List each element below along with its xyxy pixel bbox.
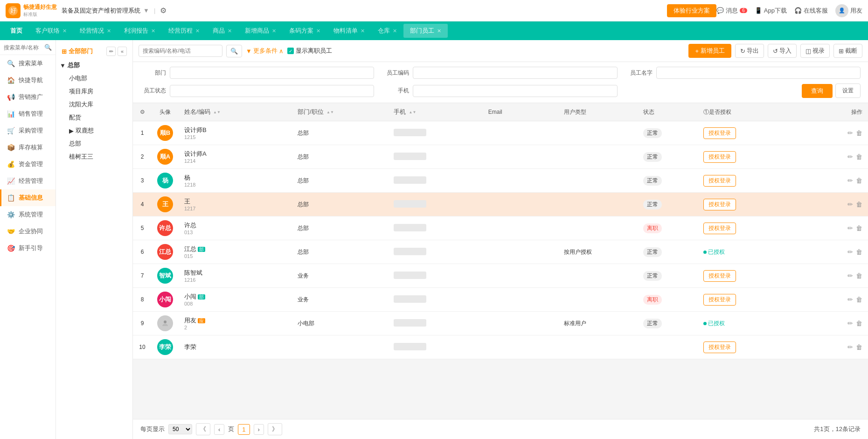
- edit-icon[interactable]: ✏: [847, 296, 853, 303]
- sidebar-item-collab[interactable]: 🤝 企业协同: [0, 223, 56, 240]
- last-page-button[interactable]: 》: [268, 423, 282, 435]
- sidebar-item-marketing[interactable]: 📢 营销推广: [0, 89, 56, 105]
- show-resigned-label[interactable]: ✓ 显示离职员工: [287, 47, 332, 55]
- show-resigned-checkbox[interactable]: ✓: [287, 48, 294, 54]
- tree-item-xiaodian[interactable]: 小电部: [56, 72, 132, 85]
- sidebar-item-finance[interactable]: 💰 资金管理: [0, 156, 56, 173]
- delete-icon[interactable]: 🗑: [856, 296, 862, 303]
- close-icon[interactable]: ✕: [107, 28, 111, 34]
- edit-icon[interactable]: ✏: [847, 320, 853, 327]
- tab-add-goods[interactable]: 新增商品 ✕: [238, 24, 283, 38]
- col-name[interactable]: 姓名/编码 ▲▼: [179, 103, 292, 121]
- delete-icon[interactable]: 🗑: [856, 153, 862, 160]
- close-icon[interactable]: ✕: [62, 28, 67, 34]
- delete-icon[interactable]: 🗑: [856, 248, 862, 256]
- user-area[interactable]: 👤 用友: [835, 4, 862, 17]
- delete-icon[interactable]: 🗑: [856, 320, 862, 327]
- sidebar-item-guide[interactable]: 🎯 新手引导: [0, 240, 56, 257]
- dept-collapse-btn[interactable]: «: [118, 47, 127, 56]
- sidebar-item-purchase[interactable]: 🛒 采购管理: [0, 122, 56, 139]
- close-icon[interactable]: ✕: [272, 28, 276, 34]
- edit-icon[interactable]: ✏: [847, 272, 853, 279]
- dept-edit-btn[interactable]: ✏: [106, 47, 116, 56]
- auth-button[interactable]: 授权登录: [703, 199, 736, 210]
- delete-icon[interactable]: 🗑: [856, 129, 862, 137]
- tree-item-shenyang[interactable]: 沈阳大库: [56, 98, 132, 111]
- tree-item-headquarters[interactable]: 总部: [56, 137, 132, 150]
- tree-item-project[interactable]: 项目库房: [56, 85, 132, 98]
- search-submit-button[interactable]: 🔍: [226, 45, 242, 57]
- dropdown-arrow-icon[interactable]: ▼: [143, 7, 149, 14]
- close-icon[interactable]: ✕: [361, 28, 365, 34]
- col-gear[interactable]: ⚙: [133, 103, 152, 121]
- sidebar-item-system[interactable]: ⚙️ 系统管理: [0, 206, 56, 223]
- more-conditions-button[interactable]: ▼ 更多条件 ∧: [246, 47, 284, 55]
- status-select[interactable]: [170, 85, 374, 97]
- import-button[interactable]: ↺ 导入: [768, 44, 797, 58]
- settings-icon[interactable]: ⚙: [160, 6, 167, 15]
- employee-name-input[interactable]: [656, 67, 861, 79]
- prev-page-button[interactable]: ‹: [214, 424, 224, 435]
- delete-icon[interactable]: 🗑: [856, 224, 862, 232]
- edit-icon[interactable]: ✏: [847, 201, 853, 208]
- tree-item-general[interactable]: ▼ 总部: [56, 59, 132, 72]
- message-icon-area[interactable]: 💬 消息 6: [716, 7, 747, 15]
- auth-button[interactable]: 授权登录: [703, 127, 736, 139]
- employee-code-input[interactable]: [413, 67, 617, 79]
- trial-button[interactable]: 体验行业方案: [667, 4, 716, 17]
- auth-button[interactable]: 授权登录: [703, 175, 736, 187]
- edit-icon[interactable]: ✏: [847, 129, 853, 137]
- sidebar-item-search[interactable]: 🔍 搜索菜单: [0, 55, 56, 72]
- dept-select[interactable]: [170, 67, 374, 79]
- next-page-button[interactable]: ›: [254, 424, 264, 435]
- tab-warehouse[interactable]: 仓库 ✕: [371, 24, 403, 38]
- close-icon[interactable]: ✕: [228, 28, 232, 34]
- close-icon[interactable]: ✕: [437, 28, 441, 34]
- query-button[interactable]: 查询: [802, 84, 833, 98]
- col-dept[interactable]: 部门/职位 ▲▼: [292, 103, 388, 121]
- edit-icon[interactable]: ✏: [847, 177, 853, 184]
- view-button[interactable]: ◫ 视录: [800, 44, 830, 58]
- close-icon[interactable]: ✕: [195, 28, 200, 34]
- tree-item-shuanglu[interactable]: ▶ 双鹿想: [56, 124, 132, 137]
- close-icon[interactable]: ✕: [393, 28, 397, 34]
- tab-department[interactable]: 部门员工 ✕: [403, 24, 448, 38]
- tree-item-distribution[interactable]: 配货: [56, 111, 132, 124]
- auth-button[interactable]: 授权登录: [703, 270, 736, 282]
- tab-goods[interactable]: 商品 ✕: [206, 24, 238, 38]
- sidebar-item-quicknav[interactable]: 🏠 快捷导航: [0, 72, 56, 89]
- tree-item-planting[interactable]: 植树王三: [56, 150, 132, 163]
- tab-barcode[interactable]: 条码方案 ✕: [283, 24, 327, 38]
- per-page-select[interactable]: 50 100: [168, 424, 192, 434]
- delete-icon[interactable]: 🗑: [856, 177, 862, 184]
- app-download-area[interactable]: 📱 App下载: [755, 7, 787, 15]
- edit-icon[interactable]: ✏: [847, 224, 853, 232]
- delete-icon[interactable]: 🗑: [856, 272, 862, 279]
- edit-icon[interactable]: ✏: [847, 343, 853, 351]
- sidebar-item-inventory[interactable]: 📦 库存核算: [0, 139, 56, 156]
- tab-history[interactable]: 经营历程 ✕: [162, 24, 206, 38]
- sidebar-item-sales[interactable]: 📊 销售管理: [0, 105, 56, 122]
- first-page-button[interactable]: 《: [196, 423, 210, 435]
- settings-button[interactable]: 设置: [835, 84, 861, 98]
- auth-button[interactable]: 授权登录: [703, 151, 736, 163]
- search-employee-input[interactable]: [139, 45, 222, 57]
- phone-input[interactable]: [413, 85, 617, 97]
- auth-button[interactable]: 授权登录: [703, 341, 736, 353]
- delete-icon[interactable]: 🗑: [856, 201, 862, 208]
- current-page[interactable]: 1: [238, 424, 250, 435]
- close-icon[interactable]: ✕: [316, 28, 320, 34]
- export-button[interactable]: ↻ 导出: [735, 44, 764, 58]
- sidebar-item-basic-info[interactable]: 📋 基础信息: [0, 189, 56, 206]
- add-employee-button[interactable]: + 新增员工: [688, 44, 731, 58]
- online-service-area[interactable]: 🎧 在线客服: [794, 7, 828, 15]
- print-button[interactable]: ⊞ 截断: [833, 44, 862, 58]
- tab-home[interactable]: 首页: [4, 24, 29, 38]
- edit-icon[interactable]: ✏: [847, 248, 853, 256]
- tab-bom[interactable]: 物料清单 ✕: [327, 24, 371, 38]
- edit-icon[interactable]: ✏: [847, 153, 853, 160]
- search-input[interactable]: [4, 44, 42, 51]
- auth-button[interactable]: 授权登录: [703, 223, 736, 234]
- auth-button[interactable]: 授权登录: [703, 294, 736, 306]
- col-phone[interactable]: 手机 ▲▼: [388, 103, 483, 121]
